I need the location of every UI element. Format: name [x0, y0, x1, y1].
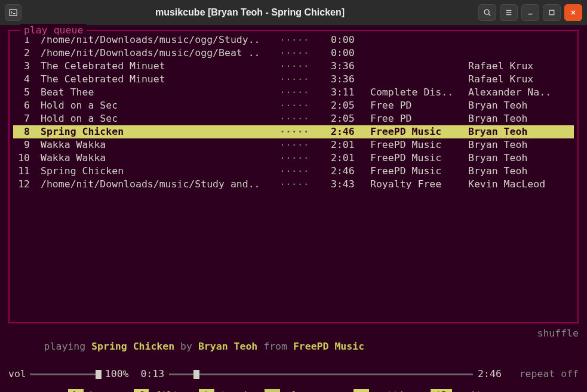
track-separator: ····· [279, 33, 331, 47]
nav-key: n [265, 389, 280, 392]
track-duration: 2:05 [331, 99, 370, 112]
track-artist: Alexander Na.. [468, 86, 574, 99]
nav-tracks[interactable]: t tracks [199, 389, 265, 392]
track-row[interactable]: 1/home/nit/Downloads/music/ogg/Study..··… [13, 33, 574, 47]
nav-browse[interactable]: b browse [68, 389, 134, 392]
track-album: Free PD [370, 112, 468, 125]
transport-line: vol 100% 0:13 2:46 repeat off [8, 368, 579, 381]
track-duration: 0:00 [331, 33, 370, 47]
titlebar: musikcube [Bryan Teoh - Spring Chicken] [0, 0, 587, 25]
track-row[interactable]: 6Hold on a Sec·····2:05Free PDBryan Teoh [13, 99, 574, 112]
repeat-status[interactable]: repeat off [520, 368, 579, 381]
volume-slider[interactable] [30, 374, 102, 375]
track-row[interactable]: 4The Celebrated Minuet·····3:36Rafael Kr… [13, 73, 574, 86]
maximize-button[interactable] [543, 4, 561, 21]
track-artist [468, 47, 574, 60]
track-row[interactable]: 10Wakka Wakka·····2:01FreePD MusicBryan … [13, 152, 574, 165]
track-row[interactable]: 5Beat Thee·····3:11Complete Dis..Alexand… [13, 86, 574, 99]
nav-play-queue[interactable]: n play queue [265, 389, 354, 392]
track-title: The Celebrated Minuet [41, 60, 279, 73]
seek-slider[interactable] [169, 374, 473, 375]
track-title: The Celebrated Minuet [41, 73, 279, 86]
track-number: 11 [13, 165, 41, 178]
track-duration: 2:01 [331, 138, 370, 152]
track-row[interactable]: 7Hold on a Sec·····2:05Free PDBryan Teoh [13, 112, 574, 125]
track-album: Complete Dis.. [370, 86, 468, 99]
track-title: Spring Chicken [41, 125, 279, 138]
nav-filter[interactable]: f filter [134, 389, 199, 392]
nav-label: quit [452, 389, 490, 392]
nav-label: filter [149, 389, 199, 392]
track-title: Hold on a Sec [41, 99, 279, 112]
track-separator: ····· [279, 73, 331, 86]
search-button[interactable] [478, 4, 496, 21]
track-duration: 3:11 [331, 86, 370, 99]
track-row[interactable]: 9Wakka Wakka·····2:01FreePD MusicBryan T… [13, 138, 574, 152]
track-artist: Rafael Krux [468, 60, 574, 73]
track-separator: ····· [279, 138, 331, 152]
svg-point-1 [484, 10, 489, 14]
close-button[interactable] [564, 4, 582, 21]
track-row[interactable]: 8Spring Chicken·····2:46FreePD MusicBrya… [13, 125, 574, 138]
track-artist: Bryan Teoh [468, 125, 574, 138]
track-row[interactable]: 2/home/nit/Downloads/music/ogg/Beat ..··… [13, 47, 574, 60]
track-album: Free PD [370, 99, 468, 112]
track-duration: 3:36 [331, 73, 370, 86]
nav-key: s [354, 389, 369, 392]
track-album: FreePD Music [370, 165, 468, 178]
svg-rect-0 [10, 10, 17, 16]
track-album [370, 33, 468, 47]
track-row[interactable]: 11Spring Chicken·····2:46FreePD MusicBry… [13, 165, 574, 178]
track-album: FreePD Music [370, 138, 468, 152]
track-title: /home/nit/Downloads/music/Study and.. [41, 178, 279, 191]
track-title: Wakka Wakka [41, 152, 279, 165]
track-row[interactable]: 3The Celebrated Minuet·····3:36Rafael Kr… [13, 60, 574, 73]
seek-thumb[interactable] [193, 370, 199, 379]
nav-label: settings [369, 389, 431, 392]
track-number: 3 [13, 60, 41, 73]
track-duration: 2:46 [331, 125, 370, 138]
footer-nav: b browse f filter t tracks n play queue … [8, 389, 579, 392]
track-artist: Kevin MacLeod [468, 178, 574, 191]
track-separator: ····· [279, 178, 331, 191]
track-number: 8 [13, 125, 41, 138]
nav-key: f [134, 389, 149, 392]
track-duration: 2:05 [331, 112, 370, 125]
track-number: 10 [13, 152, 41, 165]
track-album [370, 47, 468, 60]
terminal-icon [5, 4, 21, 21]
track-separator: ····· [279, 99, 331, 112]
track-number: 6 [13, 99, 41, 112]
svg-rect-2 [549, 10, 554, 15]
track-number: 7 [13, 112, 41, 125]
track-artist: Bryan Teoh [468, 165, 574, 178]
track-album: FreePD Music [370, 125, 468, 138]
track-number: 9 [13, 138, 41, 152]
track-album [370, 60, 468, 73]
now-playing-track: Spring Chicken [91, 341, 174, 352]
volume-percent: 100% [105, 368, 129, 381]
by-label: by [174, 341, 198, 352]
track-number: 2 [13, 47, 41, 60]
now-playing-line: playing Spring Chicken by Bryan Teoh fro… [8, 327, 579, 366]
track-artist: Rafael Krux [468, 73, 574, 86]
track-title: /home/nit/Downloads/music/ogg/Beat .. [41, 47, 279, 60]
nav-label: play queue [280, 389, 354, 392]
track-list[interactable]: 1/home/nit/Downloads/music/ogg/Study..··… [13, 33, 574, 191]
track-artist [468, 33, 574, 47]
window-title: musikcube [Bryan Teoh - Spring Chicken] [25, 7, 475, 18]
track-album: Royalty Free [370, 178, 468, 191]
minimize-button[interactable] [521, 4, 539, 21]
nav-quit[interactable]: ^D quit [431, 389, 490, 392]
nav-key: ^D [431, 389, 452, 392]
track-row[interactable]: 12/home/nit/Downloads/music/Study and..·… [13, 178, 574, 191]
nav-key: b [68, 389, 84, 392]
nav-settings[interactable]: s settings [354, 389, 431, 392]
track-duration: 2:46 [331, 165, 370, 178]
shuffle-status[interactable]: shuffle [537, 327, 579, 366]
total-time: 2:46 [478, 368, 502, 381]
menu-button[interactable] [500, 4, 518, 21]
track-duration: 3:36 [331, 60, 370, 73]
now-playing-artist: Bryan Teoh [198, 341, 257, 352]
track-artist: Bryan Teoh [468, 99, 574, 112]
